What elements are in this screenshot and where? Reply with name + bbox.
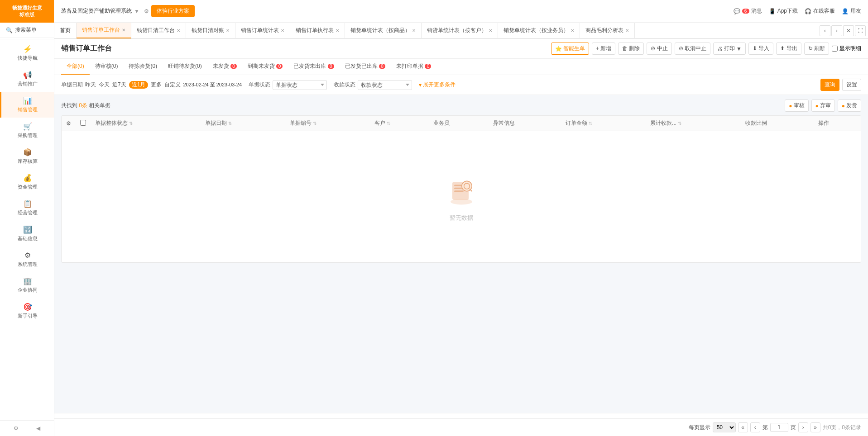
page-label: 第	[762, 424, 768, 431]
sub-tab-not-printed[interactable]: 未打印单据 0	[391, 59, 436, 75]
show-detail-checkbox[interactable]	[832, 46, 838, 52]
user-group[interactable]: 👤 用友	[842, 7, 861, 15]
search-menu[interactable]: 🔍 搜索菜单	[0, 23, 54, 38]
unreview-btn[interactable]: ● 弃审	[811, 100, 835, 112]
tab-sales-stats-product[interactable]: 销货单统计表（按商品） ✕	[345, 23, 422, 38]
sidebar-item-basic-info[interactable]: 🔢 基础信息	[0, 221, 54, 246]
date-opt-7days[interactable]: 近7天	[112, 81, 126, 89]
sub-tab-not-shipped[interactable]: 未发货 0	[207, 59, 242, 75]
title-dropdown-icon[interactable]: ▼	[134, 8, 139, 14]
tab-close-icon[interactable]: ✕	[122, 28, 125, 33]
cancel-pause-btn[interactable]: ⊘ 取消中止	[675, 43, 710, 55]
show-detail-label[interactable]: 显示明细	[832, 45, 861, 52]
sub-tab-all[interactable]: 全部(0)	[61, 59, 90, 75]
next-page-btn[interactable]: ›	[798, 422, 808, 432]
sub-tab-label: 到期未发货 0	[248, 63, 283, 69]
tab-sales-order-stats[interactable]: 销售订单统计表 ✕	[235, 23, 290, 38]
expand-conditions-btn[interactable]: ▾ 展开更多条件	[419, 81, 456, 89]
delete-btn[interactable]: 🗑 删除	[618, 43, 644, 55]
smart-create-btn[interactable]: ⭐ 智能生单	[551, 43, 589, 55]
tab-sales-stats-customer[interactable]: 销货单统计表（按客户） ✕	[422, 23, 498, 38]
tab-close-icon[interactable]: ✕	[489, 28, 492, 33]
tab-close-icon[interactable]: ✕	[281, 28, 284, 33]
date-opt-more[interactable]: 更多	[151, 81, 162, 89]
tab-scroll-right-btn[interactable]: ›	[831, 25, 842, 36]
tab-home[interactable]: 首页	[54, 23, 77, 38]
sub-tab-shipped-warehoused[interactable]: 已发货已出库 0	[340, 59, 391, 75]
select-all-checkbox[interactable]	[80, 120, 86, 126]
sub-tab-expired-not-shipped[interactable]: 到期未发货 0	[242, 59, 288, 75]
tab-sales-order-exec[interactable]: 销售订单执行表 ✕	[290, 23, 345, 38]
payment-select[interactable]: 收款状态	[358, 80, 412, 90]
sidebar-item-newbie[interactable]: 🎯 新手引导	[0, 298, 54, 324]
date-opt-today[interactable]: 今天	[99, 81, 110, 89]
sidebar-item-operations[interactable]: 📋 经营管理	[0, 195, 54, 221]
tab-close-icon[interactable]: ✕	[336, 28, 339, 33]
scrollbar-area	[54, 413, 868, 418]
sidebar-item-marketing[interactable]: 📢 营销推广	[0, 66, 54, 92]
refresh-btn[interactable]: ↻ 刷新	[804, 43, 829, 55]
per-page-select[interactable]: 50 10 20 100	[713, 422, 736, 432]
tab-cash-daily[interactable]: 钱货日清工作台 ✕	[131, 23, 186, 38]
tab-close-icon[interactable]: ✕	[177, 28, 180, 33]
col-customer-sortable[interactable]: 客户	[374, 119, 424, 127]
prev-page-btn[interactable]: ‹	[750, 422, 760, 432]
col-received-sortable[interactable]: 累计收款...	[650, 119, 736, 127]
query-btn[interactable]: 查询	[820, 79, 839, 91]
tab-scroll-left-btn[interactable]: ‹	[820, 25, 830, 36]
message-icon: 💬	[734, 8, 740, 14]
ship-btn[interactable]: ● 发货	[838, 100, 861, 112]
col-checkbox	[76, 116, 91, 131]
status-select[interactable]: 单据状态	[273, 80, 327, 90]
tab-sales-stats-staff[interactable]: 销货单统计表（按业务员） ✕	[498, 23, 580, 38]
sidebar-collapse-icon[interactable]: ◀	[36, 425, 40, 431]
sidebar-item-inventory[interactable]: 📦 库存核算	[0, 143, 54, 169]
col-settings-icon[interactable]: ⚙	[66, 120, 71, 127]
date-opt-1month[interactable]: 近1月	[129, 81, 149, 89]
import-btn[interactable]: ⬇ 导入	[748, 43, 773, 55]
online-service-group[interactable]: 🎧 在线客服	[805, 7, 835, 15]
sub-tab-shipped-not-warehoused[interactable]: 已发货未出库 0	[288, 59, 339, 75]
col-number-sortable[interactable]: 单据编号	[290, 119, 365, 127]
sub-tab-pending-inspect[interactable]: 待拣验货(0)	[123, 59, 163, 75]
date-opt-custom[interactable]: 自定义	[164, 81, 181, 89]
tab-fullscreen-btn[interactable]: ⛶	[855, 25, 866, 36]
tab-close-icon[interactable]: ✕	[412, 28, 416, 33]
tab-close-icon[interactable]: ✕	[571, 28, 574, 33]
industry-btn[interactable]: 体验行业方案	[151, 5, 195, 17]
page-input[interactable]	[770, 423, 788, 432]
tab-close-icon[interactable]: ✕	[625, 28, 629, 33]
col-status-sortable[interactable]: 单据整体状态	[95, 119, 196, 127]
sub-tab-wangpu[interactable]: 旺铺待发货(0)	[163, 59, 207, 75]
sidebar-item-system[interactable]: ⚙ 系统管理	[0, 246, 54, 272]
print-btn[interactable]: 🖨 打印 ▼	[713, 43, 746, 55]
tab-product-margin[interactable]: 商品毛利分析表 ✕	[580, 23, 635, 38]
settings-btn[interactable]: ⚙	[144, 8, 149, 14]
sidebar-settings-icon[interactable]: ⚙	[14, 425, 19, 431]
tab-label: 销货单统计表（按业务员）	[504, 27, 569, 34]
sidebar-item-enterprise[interactable]: 🏢 企业协同	[0, 272, 54, 298]
date-filter: 单据日期 昨天 今天 近7天 近1月 更多 自定义 2023-02-24 至 2…	[61, 81, 242, 89]
filter-settings-btn[interactable]: 设置	[842, 79, 861, 91]
date-opt-yesterday[interactable]: 昨天	[85, 81, 96, 89]
add-btn[interactable]: + 新增	[592, 43, 615, 55]
sidebar-item-sales[interactable]: 📊 销售管理	[0, 92, 54, 118]
sidebar-item-quick-nav[interactable]: ⚡ 快捷导航	[0, 40, 54, 66]
last-page-btn[interactable]: »	[810, 422, 820, 432]
col-amount-sortable[interactable]: 订单金额	[566, 119, 641, 127]
tab-close-icon[interactable]: ✕	[226, 28, 230, 33]
pause-btn[interactable]: ⊘ 中止	[647, 43, 671, 55]
sidebar-item-purchase[interactable]: 🛒 采购管理	[0, 118, 54, 143]
export-btn[interactable]: ⬆ 导出	[776, 43, 801, 55]
col-date-sortable[interactable]: 单据日期	[205, 119, 281, 127]
tab-sales-order-workbench[interactable]: 销售订单工作台 ✕	[77, 23, 131, 38]
tab-cash-reconcile[interactable]: 钱货日清对账 ✕	[186, 23, 235, 38]
review-btn[interactable]: ● 审核	[785, 100, 808, 112]
first-page-btn[interactable]: «	[738, 422, 748, 432]
tab-close-all-btn[interactable]: ✕	[843, 25, 854, 36]
sub-tab-pending-review[interactable]: 待审核(0)	[90, 59, 124, 75]
sidebar-item-finance[interactable]: 💰 资金管理	[0, 169, 54, 195]
message-group[interactable]: 💬 6 消息	[734, 7, 762, 15]
app-download-group[interactable]: 📱 App下载	[769, 7, 798, 15]
review-label: 审核	[794, 102, 805, 109]
